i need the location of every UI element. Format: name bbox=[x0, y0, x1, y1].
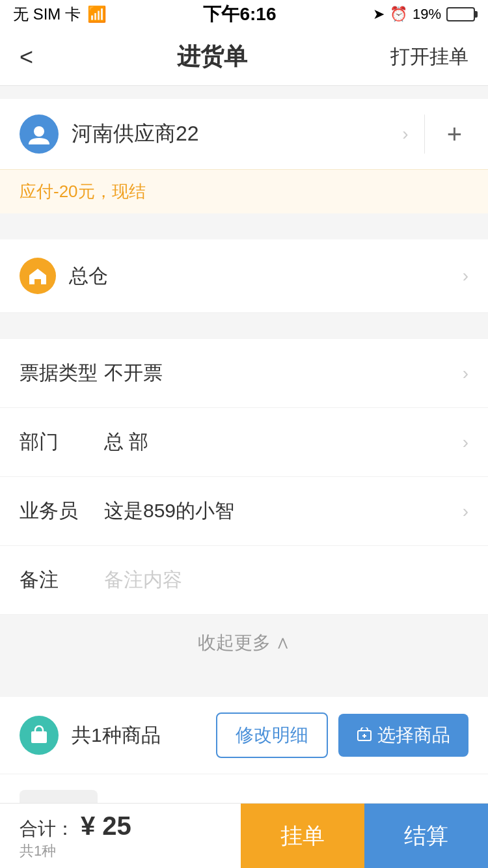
dept-row[interactable]: 部门 总 部 › bbox=[0, 408, 488, 477]
ticket-chevron: › bbox=[463, 363, 468, 384]
carrier-label: 无 SIM 卡 bbox=[13, 4, 81, 25]
total-amount: ¥ 25 bbox=[81, 811, 131, 841]
staff-row[interactable]: 业务员 这是859的小智 › bbox=[0, 477, 488, 546]
divider bbox=[424, 115, 425, 154]
dept-chevron: › bbox=[463, 432, 468, 453]
svg-rect-1 bbox=[31, 731, 47, 743]
collapse-row[interactable]: 收起更多 ∧ bbox=[0, 615, 488, 671]
status-right: ➤ ⏰ 19% bbox=[373, 6, 475, 23]
chevron-right-icon: › bbox=[402, 124, 408, 144]
select-product-button[interactable]: 选择商品 bbox=[338, 714, 468, 757]
location-icon: ➤ bbox=[373, 6, 385, 23]
staff-chevron: › bbox=[463, 501, 468, 522]
select-product-label: 选择商品 bbox=[377, 723, 450, 748]
gap3 bbox=[0, 313, 488, 326]
battery-percent: 19% bbox=[413, 6, 441, 23]
warehouse-row[interactable]: 总仓 › bbox=[0, 239, 488, 313]
page-title: 进货单 bbox=[177, 41, 247, 73]
supplier-section: 河南供应商22 › + 应付-20元，现结 bbox=[0, 99, 488, 213]
warehouse-section: 总仓 › bbox=[0, 239, 488, 313]
battery-icon bbox=[446, 7, 475, 21]
bottom-bar: 合计： ¥ 25 共1种 挂单 结算 bbox=[0, 803, 488, 868]
supplier-row[interactable]: 河南供应商22 › + bbox=[0, 99, 488, 169]
gap1 bbox=[0, 86, 488, 99]
warehouse-icon bbox=[20, 258, 56, 294]
remark-label: 备注 bbox=[20, 567, 104, 593]
pend-button[interactable]: 挂单 bbox=[241, 804, 364, 869]
status-bar: 无 SIM 卡 📶 下午6:16 ➤ ⏰ 19% bbox=[0, 0, 488, 29]
warehouse-name: 总仓 bbox=[69, 263, 463, 290]
product-count: 共1种商品 bbox=[72, 722, 216, 749]
gap4 bbox=[0, 671, 488, 684]
back-button[interactable]: < bbox=[20, 44, 33, 71]
supplier-name: 河南供应商22 bbox=[72, 120, 402, 148]
warehouse-chevron: › bbox=[463, 265, 468, 286]
total-label: 合计： bbox=[20, 817, 74, 841]
svg-point-0 bbox=[34, 126, 44, 137]
collapse-label: 收起更多 ∧ bbox=[198, 631, 291, 655]
total-main: 合计： ¥ 25 bbox=[20, 811, 221, 841]
remark-row[interactable]: 备注 备注内容 bbox=[0, 546, 488, 615]
supplier-note: 应付-20元，现结 bbox=[0, 169, 488, 213]
ticket-type-label: 票据类型 bbox=[20, 360, 104, 387]
ticket-type-value: 不开票 bbox=[104, 360, 463, 387]
total-sub: 共1种 bbox=[20, 841, 221, 861]
alarm-icon: ⏰ bbox=[390, 6, 407, 23]
product-icon bbox=[20, 716, 59, 755]
avatar bbox=[20, 115, 59, 154]
open-pending-button[interactable]: 打开挂单 bbox=[390, 44, 468, 70]
add-supplier-button[interactable]: + bbox=[441, 120, 468, 149]
status-left: 无 SIM 卡 📶 bbox=[13, 4, 107, 25]
total-section: 合计： ¥ 25 共1种 bbox=[0, 811, 241, 861]
dept-value: 总 部 bbox=[104, 429, 463, 455]
nav-bar: < 进货单 打开挂单 bbox=[0, 29, 488, 86]
ticket-type-row[interactable]: 票据类型 不开票 › bbox=[0, 339, 488, 408]
gap2 bbox=[0, 213, 488, 226]
product-header: 共1种商品 修改明细 选择商品 bbox=[0, 697, 488, 774]
status-time: 下午6:16 bbox=[203, 2, 276, 27]
staff-value: 这是859的小智 bbox=[104, 498, 463, 524]
edit-detail-button[interactable]: 修改明细 bbox=[216, 712, 328, 758]
staff-label: 业务员 bbox=[20, 498, 104, 524]
dept-label: 部门 bbox=[20, 429, 104, 455]
wifi-icon: 📶 bbox=[87, 5, 107, 23]
settle-button[interactable]: 结算 bbox=[364, 804, 488, 869]
remark-input[interactable]: 备注内容 bbox=[104, 567, 182, 593]
fields-section: 票据类型 不开票 › 部门 总 部 › 业务员 这是859的小智 › 备注 备注… bbox=[0, 339, 488, 615]
